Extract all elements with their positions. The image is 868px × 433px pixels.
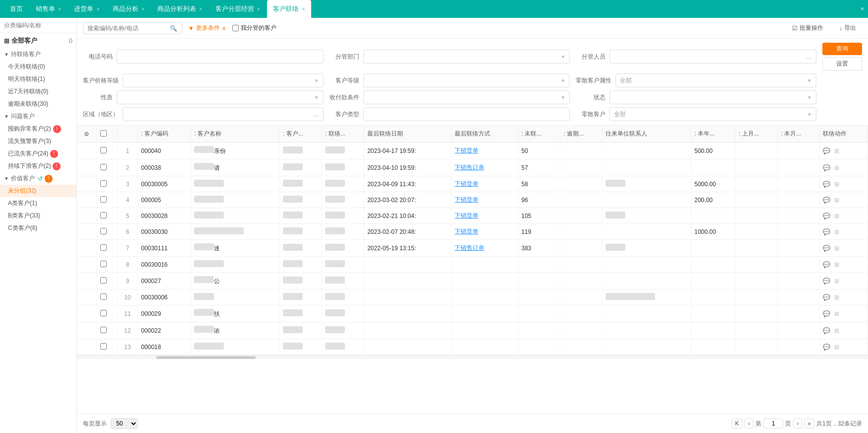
close-contact-icon[interactable]: × [302,6,305,12]
sidebar-search-input[interactable] [4,22,77,29]
sidebar-item-c-class[interactable]: C类客户(6) [0,222,76,234]
grid-action-icon[interactable]: ⊞ [834,197,839,204]
name-col-header[interactable]: : 客户名称 [191,126,280,143]
grid-action-icon[interactable]: ⊞ [834,213,839,219]
unit-contact-col-header[interactable]: 往来单位联系人 [602,126,691,143]
sidebar-item-overdue-contact[interactable]: 逾期未联络(30) [0,98,76,110]
row-4-checkbox[interactable] [100,196,107,203]
grid-action-icon[interactable]: ⊞ [834,294,839,301]
dept-select[interactable]: ▼ [363,50,570,64]
overdue-col-header[interactable]: : 逾期... [560,126,602,143]
sidebar-item-churned[interactable]: 已流失客户(24) ! [0,147,76,160]
status-select[interactable]: ▼ [609,90,816,104]
sidebar-item-today-pending[interactable]: 今天待联络(0) [0,61,76,73]
this-year-col-header[interactable]: : 本年... [691,126,735,143]
nav-home[interactable]: 首页 [4,0,29,18]
group-value[interactable]: ▼ 价值客户 ↺ ! [0,172,76,185]
last-page-btn[interactable]: » [804,419,814,429]
row-11-checkbox[interactable] [100,310,107,316]
close-goods-icon[interactable]: × [141,6,144,12]
payment-select[interactable]: ▼ [363,90,570,104]
query-btn[interactable]: 查询 [822,43,862,55]
grid-action-icon[interactable]: ⊞ [834,310,839,317]
row-9-checkbox[interactable] [100,277,107,284]
last-method-col-header[interactable]: 最后联络方式 [452,126,519,143]
price-select[interactable]: ▼ [123,73,324,87]
cust-type-input[interactable] [363,107,570,121]
checkbox-col-header[interactable] [97,126,117,143]
group-problem[interactable]: ▼ 问题客户 [0,110,76,123]
type-col-header[interactable]: : 客户... [280,126,322,143]
region-select[interactable]: … [123,107,324,121]
phone-input[interactable] [117,50,324,64]
sidebar-item-ungroup[interactable]: 未分组(32) [0,185,76,197]
manager-select[interactable]: … [609,50,816,64]
row-12-checkbox[interactable] [100,327,107,333]
table-settings-icon[interactable]: ⚙ [84,131,89,138]
chat-icon[interactable]: 💬 [823,261,830,268]
close-tier-icon[interactable]: × [257,6,260,12]
my-customers-checkbox[interactable]: 我分管的客户 [232,24,276,32]
row-1-checkbox[interactable] [100,147,107,153]
reset-btn[interactable]: 设置 [822,57,862,71]
all-customers-header[interactable]: ⊞ 全部客户 ⟩⟩ [0,33,76,48]
nav-goods-list[interactable]: 商品分析列表 × [151,0,208,18]
nav-goods-analysis[interactable]: 商品分析 × [107,0,150,18]
my-customers-check[interactable] [232,25,239,31]
chat-icon[interactable]: 💬 [823,327,830,334]
row-2-checkbox[interactable] [100,164,107,170]
export-btn[interactable]: ↓ 导出 [833,22,862,34]
sidebar-item-b-class[interactable]: B类客户(33) [0,210,76,222]
grid-action-icon[interactable]: ⊞ [834,344,839,351]
value-refresh-icon[interactable]: ↺ [38,175,43,182]
scrollbar-thumb[interactable] [156,356,256,359]
close-sales-icon[interactable]: × [58,6,61,12]
chat-icon[interactable]: 💬 [823,228,830,235]
group-pending[interactable]: ▼ 待联络客户 [0,48,76,61]
sidebar-item-churn-warn[interactable]: 流失预警客户(3) [0,135,76,147]
sidebar-item-a-class[interactable]: A类客户(1) [0,197,76,210]
chat-icon[interactable]: 💬 [823,213,830,219]
row-10-checkbox[interactable] [100,293,107,300]
grid-action-icon[interactable]: ⊞ [834,164,839,171]
code-col-header[interactable]: : 客户编码 [138,126,191,143]
nav-customer-contact[interactable]: 客户联络 × [267,0,311,18]
chat-icon[interactable]: 💬 [823,197,830,204]
retail-attr-select[interactable]: 全部▼ [615,73,816,87]
batch-op-btn[interactable]: ☑ 批量操作 [786,22,829,34]
select-all-checkbox[interactable] [100,130,107,137]
grid-action-icon[interactable]: ⊞ [834,181,839,188]
contact-col-header[interactable]: : 联络... [322,126,364,143]
chat-icon[interactable]: 💬 [823,181,830,188]
nav-purchase[interactable]: 进货单 × [68,0,105,18]
main-search-input[interactable] [87,25,167,32]
next-page-btn[interactable]: › [793,419,802,429]
row-8-checkbox[interactable] [100,261,107,267]
chat-icon[interactable]: 💬 [823,278,830,285]
first-page-btn[interactable]: K [732,419,742,429]
grid-action-icon[interactable]: ⊞ [834,327,839,334]
retail-cust-select[interactable]: 全部▼ [609,107,816,121]
more-conditions-btn[interactable]: ▼ 更多条件 ∧ [188,24,226,32]
nav-customer-tier[interactable]: 客户分层经营 × [209,0,266,18]
chat-icon[interactable]: 💬 [823,294,830,301]
chat-icon[interactable]: 💬 [823,310,830,317]
main-search-icon[interactable]: 🔍 [170,25,177,32]
sidebar-item-abnormal[interactable]: 囤购异常客户(2) ! [0,123,76,135]
chat-icon[interactable]: 💬 [823,164,830,171]
chat-icon[interactable]: 💬 [823,147,830,154]
cust-level-select[interactable]: ▼ [363,73,570,87]
chat-icon[interactable]: 💬 [823,344,830,351]
row-3-checkbox[interactable] [100,180,107,187]
grid-action-icon[interactable]: ⊞ [834,147,839,154]
nav-sales[interactable]: 销售单 × [30,0,67,18]
close-all-btn[interactable]: × [861,5,864,12]
settings-col-header[interactable]: ⚙ [77,126,97,143]
sidebar-item-week-pending[interactable]: 近7天待联络(0) [0,85,76,98]
row-7-checkbox[interactable] [100,244,107,251]
grid-action-icon[interactable]: ⊞ [834,278,839,285]
close-purchase-icon[interactable]: × [96,6,99,12]
close-goods-list-icon[interactable]: × [199,6,202,12]
nature-select[interactable]: ▼ [117,90,324,104]
chat-icon[interactable]: 💬 [823,245,830,252]
